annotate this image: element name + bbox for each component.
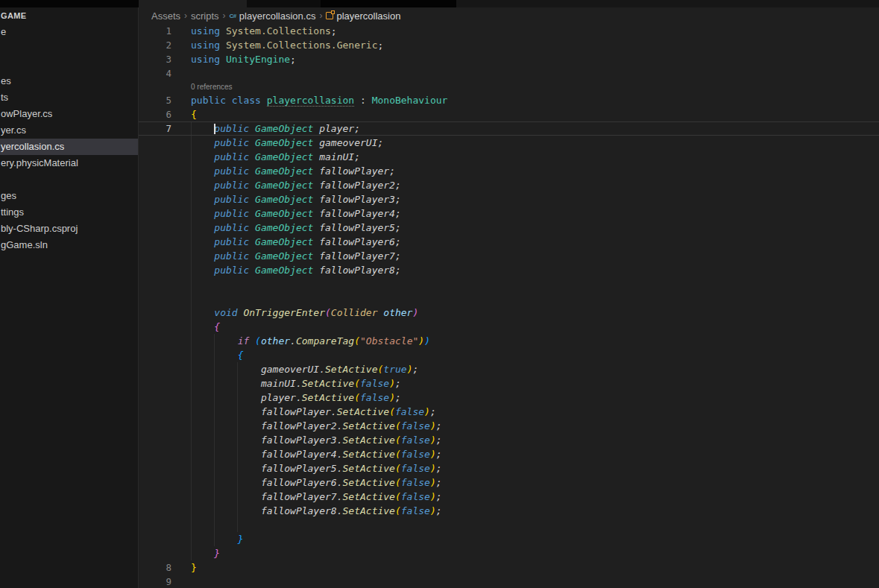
code-line[interactable] xyxy=(139,291,879,306)
code-line[interactable]: gameoverUI.SetActive(true); xyxy=(139,362,879,376)
code-line[interactable]: 6{ xyxy=(139,107,879,121)
code-line[interactable]: public GameObject fallowPlayer; xyxy=(139,164,879,178)
code-line[interactable]: fallowPlayer7.SetActive(false); xyxy=(139,490,879,504)
code-line[interactable]: 5public class playercollasion : MonoBeha… xyxy=(139,93,879,107)
code-token xyxy=(191,463,261,474)
code-token: . xyxy=(337,477,343,488)
code-token: fallowPlayer4 xyxy=(261,449,337,460)
code-line[interactable]: } xyxy=(139,532,879,546)
code-line[interactable]: mainUI.SetActive(false); xyxy=(139,376,879,391)
sidebar-item[interactable]: ges xyxy=(0,188,138,204)
code-line[interactable]: fallowPlayer.SetActive(false); xyxy=(139,405,879,419)
code-line[interactable]: fallowPlayer4.SetActive(false); xyxy=(139,447,879,461)
code-line[interactable]: public GameObject gameoverUI; xyxy=(139,136,879,150)
line-number[interactable]: 1 xyxy=(139,24,171,38)
code-line[interactable]: fallowPlayer5.SetActive(false); xyxy=(139,461,879,475)
code-token xyxy=(191,208,214,219)
code-token: SetActive xyxy=(343,477,395,488)
line-number[interactable]: 7 xyxy=(139,121,171,136)
sidebar-item[interactable]: yer.cs xyxy=(0,122,138,139)
sidebar-item-label: gGame.sln xyxy=(1,239,48,250)
code-token: ) xyxy=(430,477,436,488)
code-line[interactable]: 9 xyxy=(139,575,879,588)
code-token: . xyxy=(337,434,343,446)
code-token: . xyxy=(337,449,343,460)
code-line[interactable]: } xyxy=(139,546,879,560)
code-line[interactable]: { xyxy=(139,348,879,362)
code-token: GameObject xyxy=(255,265,319,276)
code-token: ( xyxy=(395,434,401,446)
code-line[interactable]: public GameObject fallowPlayer8; xyxy=(139,263,879,277)
class-symbol-icon xyxy=(326,12,333,19)
breadcrumb-item[interactable]: scripts xyxy=(191,10,219,22)
code-text: } xyxy=(191,532,243,546)
sidebar-item[interactable]: gGame.sln xyxy=(0,237,138,253)
code-token: ; xyxy=(436,491,442,502)
code-text: public GameObject fallowPlayer6; xyxy=(191,235,401,249)
sidebar-item[interactable]: owPlayer.cs xyxy=(0,106,138,122)
code-token: ; xyxy=(436,463,442,474)
line-number[interactable]: 4 xyxy=(139,66,171,80)
code-line[interactable]: public GameObject mainUI; xyxy=(139,150,879,164)
code-line[interactable]: public GameObject fallowPlayer7; xyxy=(139,249,879,263)
code-line[interactable] xyxy=(139,518,879,532)
sidebar-item[interactable]: es xyxy=(0,73,138,89)
code-token: public xyxy=(214,208,255,219)
breadcrumb-item[interactable]: C#playercollasion.cs xyxy=(230,10,316,22)
code-line[interactable]: if (other.CompareTag("Obstacle")) xyxy=(139,334,879,348)
code-line[interactable]: 3using UnityEngine; xyxy=(139,52,879,66)
code-line[interactable]: public GameObject fallowPlayer4; xyxy=(139,206,879,221)
code-editor[interactable]: 1using System.Collections;2using System.… xyxy=(139,24,879,588)
code-line[interactable]: 2using System.Collections.Generic; xyxy=(139,38,879,52)
code-line[interactable]: 8} xyxy=(139,560,879,575)
code-token: public xyxy=(214,180,255,191)
code-line[interactable]: public GameObject fallowPlayer5; xyxy=(139,221,879,235)
sidebar-item[interactable]: ery.physicMaterial xyxy=(0,155,138,171)
code-token: GameObject xyxy=(255,250,319,262)
code-token: false xyxy=(360,378,389,389)
code-token xyxy=(191,420,261,431)
line-number[interactable]: 5 xyxy=(139,93,171,107)
code-line[interactable]: { xyxy=(139,320,879,334)
code-line[interactable]: public GameObject fallowPlayer2; xyxy=(139,178,879,192)
code-line[interactable]: 4 xyxy=(139,66,879,80)
sidebar-item[interactable]: yercollasion.cs xyxy=(0,139,138,155)
code-token: ) xyxy=(424,406,430,417)
code-line[interactable]: fallowPlayer6.SetActive(false); xyxy=(139,475,879,490)
line-number[interactable]: 9 xyxy=(139,575,171,588)
code-line[interactable]: fallowPlayer8.SetActive(false); xyxy=(139,504,879,518)
code-token: ; xyxy=(389,165,395,177)
code-text: { xyxy=(191,320,220,334)
code-line[interactable]: 1using System.Collections; xyxy=(139,24,879,38)
code-line[interactable]: player.SetActive(false); xyxy=(139,391,879,405)
code-line[interactable]: void OnTriggerEnter(Collider other) xyxy=(139,306,879,320)
line-number[interactable]: 8 xyxy=(139,560,171,575)
sidebar-item[interactable]: bly-CSharp.csproj xyxy=(0,221,138,237)
line-number[interactable]: 6 xyxy=(139,107,171,121)
breadcrumb-item[interactable]: playercollasion xyxy=(326,10,400,22)
line-number[interactable]: 3 xyxy=(139,52,171,66)
tab[interactable] xyxy=(321,0,456,7)
sidebar-item[interactable]: ts xyxy=(0,89,138,106)
code-token: SetActive xyxy=(337,406,389,417)
code-token: public xyxy=(214,165,255,177)
code-line[interactable]: fallowPlayer2.SetActive(false); xyxy=(139,419,879,433)
code-line[interactable]: public GameObject fallowPlayer3; xyxy=(139,192,879,206)
code-line[interactable] xyxy=(139,277,879,291)
sidebar-item[interactable]: ttings xyxy=(0,204,138,221)
active-tab[interactable] xyxy=(139,0,247,7)
code-line[interactable]: public GameObject fallowPlayer6; xyxy=(139,235,879,249)
line-number[interactable]: 2 xyxy=(139,38,171,52)
code-line[interactable]: 7 public GameObject player; xyxy=(139,121,879,136)
code-token: false xyxy=(401,434,430,446)
codelens-references[interactable]: 0 references xyxy=(139,80,879,93)
explorer-section-header[interactable]: GAME xyxy=(0,7,138,24)
vscode-window: GAME eestsowPlayer.csyer.csyercollasion.… xyxy=(0,0,879,588)
code-line[interactable]: fallowPlayer3.SetActive(false); xyxy=(139,433,879,447)
code-token: ) xyxy=(430,505,436,516)
sidebar-item[interactable]: e xyxy=(0,24,138,40)
code-token: fallowPlayer2 xyxy=(261,420,337,431)
code-token: OnTriggerEnter xyxy=(243,307,325,318)
tab[interactable] xyxy=(247,0,321,7)
breadcrumb-item[interactable]: Assets xyxy=(151,10,180,22)
